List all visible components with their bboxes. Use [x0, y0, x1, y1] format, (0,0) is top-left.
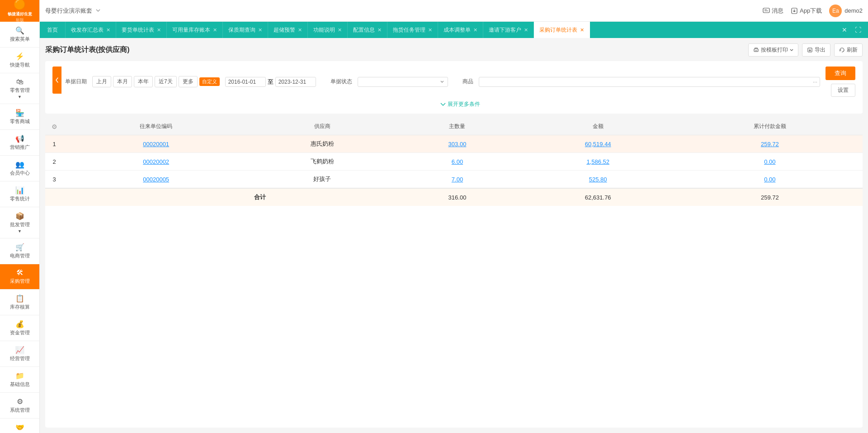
sidebar-item-retailstat[interactable]: 📊 零售统计	[0, 181, 39, 207]
sidebar-label-ecommerce: 电商管理	[10, 252, 30, 259]
tab-close-baozhiqi[interactable]: ✕	[258, 27, 262, 33]
goods-filter-more-icon[interactable]: ···	[813, 79, 817, 85]
sidebar-item-basic[interactable]: 📁 基础信息	[0, 367, 39, 393]
tab-expand-button[interactable]: ⛶	[852, 24, 864, 36]
tab-keyong[interactable]: 可用量库存账本✕	[167, 22, 223, 38]
sidebar-label-marketing: 营销推广	[10, 144, 30, 151]
table-row[interactable]: 3 00020005 好孩子 7.00 525.80 0.00	[45, 171, 863, 189]
goods-filter-input[interactable]	[479, 77, 820, 87]
sidebar-item-marketing[interactable]: 📢 营销推广	[0, 130, 39, 156]
row-amount-2[interactable]: 525.80	[519, 171, 677, 189]
tab-close-yaoqingxiayou[interactable]: ✕	[524, 27, 528, 33]
tab-peizhixinxi[interactable]: 配置信息✕	[348, 22, 387, 38]
sidebar-item-purchase[interactable]: 🛠 采购管理	[0, 264, 39, 290]
date-btn-this-year[interactable]: 本年	[134, 76, 153, 87]
marketing-icon: 📢	[15, 134, 24, 143]
tab-close-keyong[interactable]: ✕	[213, 27, 217, 33]
tab-close-chaochuyujing[interactable]: ✕	[298, 27, 302, 33]
export-button[interactable]: 导出	[802, 43, 830, 57]
row-paid-1[interactable]: 0.00	[677, 153, 863, 171]
row-supplier-0: 惠氏奶粉	[249, 135, 396, 153]
tab-caigoudan[interactable]: 采购订单统计表✕	[534, 22, 590, 38]
sidebar-item-retailshop[interactable]: 🏪 零售商城	[0, 104, 39, 130]
row-amount-0[interactable]: 60,519.44	[519, 135, 677, 153]
expand-filter-button[interactable]: 展开更多条件	[440, 100, 480, 108]
app-download-button[interactable]: App下载	[791, 7, 822, 15]
sidebar-item-inventory[interactable]: 📋 库存核算	[0, 290, 39, 315]
tab-shoufayuhui[interactable]: 收发存汇总表✕	[66, 22, 116, 38]
date-from-input[interactable]	[225, 77, 266, 87]
svg-rect-3	[755, 50, 757, 51]
sidebar-item-wholesale[interactable]: 📦 批发管理 ▼	[0, 207, 39, 238]
table-row[interactable]: 1 00020001 惠氏奶粉 303.00 60,519.44 259.72	[45, 135, 863, 153]
tab-close-peizhixinxi[interactable]: ✕	[377, 27, 382, 33]
tab-close-button[interactable]: ✕	[838, 24, 851, 36]
date-to-input[interactable]	[275, 77, 316, 87]
sidebar-label-member: 会员中心	[10, 170, 30, 176]
tab-chaochuyujing[interactable]: 超储预警✕	[268, 22, 308, 38]
table-header-qty: 主数量	[396, 118, 519, 135]
sidebar-item-member[interactable]: 👥 会员中心	[0, 156, 39, 181]
tab-close-caigoudan[interactable]: ✕	[580, 27, 584, 33]
column-settings-icon[interactable]: ⚙	[52, 123, 57, 130]
date-btn-more[interactable]: 更多	[179, 76, 198, 87]
date-btn-this-month[interactable]: 本月	[113, 76, 132, 87]
business-icon: 📈	[15, 346, 24, 354]
table-row[interactable]: 2 00020002 飞鹤奶粉 6.00 1,586.52 0.00	[45, 153, 863, 171]
tab-close-shoufayuhui[interactable]: ✕	[106, 27, 110, 33]
print-button[interactable]: 按模板打印	[748, 43, 798, 57]
sidebar-item-system[interactable]: ⚙ 系统管理	[0, 393, 39, 419]
footer-label: 合计	[249, 188, 396, 206]
user-menu[interactable]: Ea demo2	[829, 5, 863, 17]
tab-baozhiqi[interactable]: 保质期查询✕	[223, 22, 268, 38]
tab-bar: 首页收发存汇总表✕要货单统计表✕可用量库存账本✕保质期查询✕超储预警✕功能说明✕…	[40, 22, 868, 38]
settings-button[interactable]: 设置	[831, 84, 855, 97]
sidebar-item-enterprise[interactable]: 🤝 企业协同	[0, 419, 39, 433]
row-no-1: 2	[45, 153, 63, 171]
sidebar-item-finance[interactable]: 💰 资金管理	[0, 315, 39, 341]
row-code-0[interactable]: 00020001	[63, 135, 249, 153]
sidebar-item-retail[interactable]: 🛍 零售管理 ▼	[0, 73, 39, 104]
tab-yaoqingxiayou[interactable]: 邀请下游客户✕	[483, 22, 534, 38]
query-button[interactable]: 查询	[826, 67, 855, 80]
table-header-settings[interactable]: ⚙	[45, 118, 63, 135]
main-area: 母婴行业演示账套 消息 App下载 Ea demo2 首页收发存汇总表✕要货单统…	[40, 0, 868, 433]
row-paid-0[interactable]: 259.72	[677, 135, 863, 153]
tab-label-chengbentiaozhen: 成本调整单	[443, 26, 471, 34]
sidebar-label-search: 搜索英单	[10, 36, 30, 43]
row-code-2[interactable]: 00020005	[63, 171, 249, 189]
row-amount-1[interactable]: 1,586.52	[519, 153, 677, 171]
filter-collapse-button[interactable]	[52, 67, 61, 94]
tab-close-chengbentiaozhen[interactable]: ✕	[473, 27, 477, 33]
row-qty-2[interactable]: 7.00	[396, 171, 519, 189]
row-code-1[interactable]: 00020002	[63, 153, 249, 171]
sidebar-item-ecommerce[interactable]: 🛒 电商管理	[0, 238, 39, 264]
refresh-button[interactable]: 刷新	[834, 43, 863, 57]
page-actions: 按模板打印 导出 刷新	[748, 43, 863, 57]
row-paid-2[interactable]: 0.00	[677, 171, 863, 189]
retailshop-icon: 🏪	[15, 109, 24, 117]
row-qty-1[interactable]: 6.00	[396, 153, 519, 171]
tab-close-yaohuo[interactable]: ✕	[157, 27, 161, 33]
sidebar-item-search[interactable]: 🔍 搜索英单	[0, 22, 39, 48]
tab-home[interactable]: 首页	[40, 22, 66, 38]
tab-yaohuo[interactable]: 要货单统计表✕	[116, 22, 167, 38]
sidebar-item-business[interactable]: 📈 经营管理	[0, 341, 39, 367]
date-btn-last-month[interactable]: 上月	[92, 76, 111, 87]
sidebar-item-quicknav[interactable]: ⚡ 快捷导航	[0, 48, 39, 73]
row-supplier-2: 好孩子	[249, 171, 396, 189]
message-button[interactable]: 消息	[763, 7, 783, 15]
date-btn-7days[interactable]: 近7天	[155, 76, 177, 87]
tab-gongneng[interactable]: 功能说明✕	[308, 22, 348, 38]
row-qty-0[interactable]: 303.00	[396, 135, 519, 153]
content-area: 采购订单统计表(按供应商) 按模板打印 导出 刷新	[40, 38, 868, 433]
tab-close-tuohuorenwu[interactable]: ✕	[428, 27, 432, 33]
tab-close-gongneng[interactable]: ✕	[338, 27, 342, 33]
tab-tuohuorenwu[interactable]: 拖货任务管理✕	[387, 22, 438, 38]
tab-label-tuohuorenwu: 拖货任务管理	[393, 26, 425, 34]
query-settings-col: 查询 设置	[826, 67, 855, 97]
tab-label-shoufayuhui: 收发存汇总表	[71, 26, 104, 34]
tab-chengbentiaozhen[interactable]: 成本调整单✕	[438, 22, 483, 38]
table-body: 1 00020001 惠氏奶粉 303.00 60,519.44 259.72 …	[45, 135, 863, 189]
status-filter-select[interactable]	[358, 77, 448, 87]
